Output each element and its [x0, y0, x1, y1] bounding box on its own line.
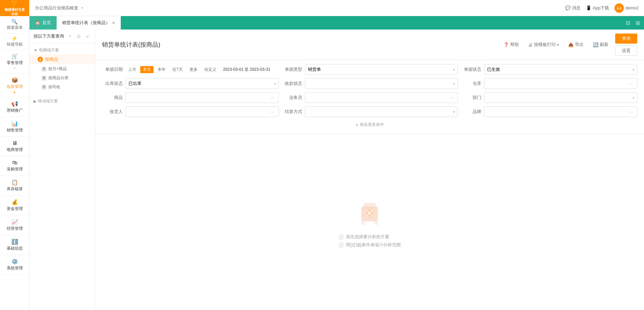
sidebar-item-operations[interactable]: 📈 经营管理: [0, 215, 29, 235]
department-select[interactable]: ▾: [484, 92, 637, 103]
tree-mobile-title[interactable]: ▶ 移动端方案: [30, 97, 95, 105]
product-select[interactable]: ···: [125, 92, 279, 103]
print-button[interactable]: 🖨 按模板打印 ▾: [526, 40, 561, 49]
tree-sub-item-driver[interactable]: 司 按司机: [30, 83, 95, 92]
sidebar-purchase-label: 采购管理: [7, 166, 23, 172]
sales-icon: 📊: [11, 120, 18, 127]
edit-scheme-button[interactable]: ⊙: [75, 33, 82, 40]
filter-row-1: 单据日期 上月 本月 本年 近7天 更多 自定义 2023-03-01 至 20…: [102, 64, 637, 75]
recipient-select[interactable]: ···: [125, 106, 279, 117]
tree-mobile-expand-icon: ▶: [34, 99, 37, 104]
svg-point-5: [361, 221, 365, 225]
sidebar-item-retail[interactable]: 🛒 零售管理 ▼: [0, 50, 29, 73]
recipient-dots-icon[interactable]: ···: [269, 109, 276, 114]
tree-sub-item-month-product[interactable]: 月 按月+商品: [30, 64, 95, 73]
date-field: 上月 本月 本年 近7天 更多 自定义 2023-03-01 至 2023-03…: [125, 66, 279, 73]
tree-sub-item-category[interactable]: 类 按商品分类: [30, 73, 95, 83]
by-product-icon: ●: [38, 57, 43, 62]
empty-tip-2: 2 用[过滤]条件来缩小分析范围: [338, 242, 400, 248]
warehouse-dots-icon[interactable]: ···: [628, 81, 634, 86]
filter-cell-department: 部门 ▾: [461, 92, 637, 103]
tree-section-desktop: ▼ 电脑端方案 ● 按商品 月 按月+商品 类 按商品分类 司 按司机: [30, 43, 95, 94]
tree-desktop-title[interactable]: ▼ 电脑端方案: [30, 46, 95, 54]
inventory-icon: 📋: [11, 179, 18, 186]
warehouse-status-select[interactable]: 已出库 ▾: [125, 78, 279, 89]
message-icon: 💬: [565, 5, 571, 10]
payment-method-select[interactable]: ▾: [305, 106, 458, 117]
tip-1-text: 请先选择要分析的方案: [346, 234, 389, 240]
date-tab-this-year[interactable]: 本年: [155, 66, 168, 73]
date-tab-custom[interactable]: 自定义: [202, 66, 219, 73]
tree-item-by-product[interactable]: ● 按商品: [30, 54, 95, 64]
filter-row-2: 出库状态 已出库 ▾ 收款状态 ▾ 仓库: [102, 78, 637, 89]
doc-type-label: 单据类型: [281, 66, 305, 72]
sidebar-item-purchase[interactable]: 🛍 采购管理: [0, 156, 29, 176]
sidebar-item-wholesale[interactable]: 📦 批发管理 ▲: [0, 73, 29, 97]
sidebar-item-quicknav[interactable]: ⚡ 快捷导航: [0, 34, 29, 50]
collapse-panel-button[interactable]: «: [84, 33, 91, 40]
warehouse-status-label: 出库状态: [102, 81, 125, 87]
date-tab-7days[interactable]: 近7天: [170, 66, 185, 73]
sidebar-item-basic-info[interactable]: ℹ️ 基础信息: [0, 235, 29, 255]
doc-status-select[interactable]: 已生效 ▾: [484, 64, 637, 75]
filter-cell-product: 商品 ···: [102, 92, 279, 103]
user-profile-action[interactable]: Ea demo2: [614, 3, 639, 13]
app-download-action[interactable]: 📱 App下载: [586, 5, 609, 11]
sidebar-ecommerce-label: 电商管理: [7, 147, 23, 153]
department-label: 部门: [461, 95, 484, 101]
receipt-status-select[interactable]: ▾: [305, 78, 458, 89]
avatar: Ea: [614, 3, 624, 13]
date-tab-last-month[interactable]: 上月: [125, 66, 139, 73]
tab-minimize-button[interactable]: ⊟: [625, 19, 632, 27]
primary-action-buttons: 查询 设置: [615, 34, 637, 56]
doc-type-select[interactable]: 销货单 ▾: [305, 64, 458, 75]
salesperson-select[interactable]: ···: [305, 92, 458, 103]
brand-dots-icon[interactable]: ···: [628, 109, 634, 114]
sidebar-item-inventory[interactable]: 📋 库存核算: [0, 176, 29, 196]
content-area: 按以下方案查询 ＋ ⊙ « ▼ 电脑端方案 ● 按商品 月 按月+: [30, 30, 644, 310]
product-dots-icon[interactable]: ···: [269, 95, 276, 100]
recipient-label: 收货人: [102, 109, 125, 115]
payment-method-dropdown-icon: ▾: [453, 110, 455, 114]
warehouse-label: 仓库: [461, 81, 484, 87]
brand-label: 品牌: [461, 109, 484, 115]
filter-cell-doc-status: 单据状态 已生效 ▾: [461, 64, 637, 75]
tab-sales-stat[interactable]: 销货单统计表（按商品） ✕: [57, 16, 121, 30]
sidebar-item-search[interactable]: 🔍 搜索菜单: [0, 16, 29, 34]
driver-icon: 司: [42, 85, 46, 90]
sidebar-item-finance[interactable]: 💰 资金管理: [0, 196, 29, 215]
sidebar-item-ecommerce[interactable]: 🖥 电商管理: [0, 137, 29, 156]
settings-button[interactable]: 设置: [615, 46, 637, 56]
wholesale-icon: 📦: [11, 77, 18, 83]
sidebar-item-marketing[interactable]: 📢 营销推广: [0, 97, 29, 117]
export-button[interactable]: 📤 导出: [566, 40, 586, 49]
left-panel-title: 按以下方案查询: [34, 33, 64, 39]
refresh-button[interactable]: 🔄 刷新: [590, 40, 611, 49]
sidebar-item-sales[interactable]: 📊 销售管理: [0, 117, 29, 137]
warehouse-select[interactable]: ···: [484, 78, 637, 89]
brand-select[interactable]: ···: [484, 106, 637, 117]
finance-icon: 💰: [11, 199, 18, 205]
wholesale-arrow-icon: ▲: [13, 90, 16, 94]
tab-maximize-button[interactable]: ⊞: [634, 19, 641, 27]
date-tab-this-month[interactable]: 本月: [140, 66, 154, 73]
driver-label: 按司机: [48, 84, 60, 90]
empty-illustration: [353, 196, 386, 230]
page-title-row: 销货单统计表(按商品) ❓ 帮助 🖨 按模板打印 ▾ 📤: [102, 34, 637, 56]
salesperson-dots-icon[interactable]: ···: [448, 95, 455, 100]
app-download-label: App下载: [593, 5, 609, 11]
sidebar-item-system[interactable]: ⚙️ 系统管理: [0, 255, 29, 275]
receipt-status-label: 收款状态: [281, 81, 305, 87]
message-action[interactable]: 💬 消息: [565, 5, 581, 11]
left-panel: 按以下方案查询 ＋ ⊙ « ▼ 电脑端方案 ● 按商品 月 按月+: [30, 30, 95, 310]
query-button[interactable]: 查询: [615, 34, 637, 44]
tab-home[interactable]: 🏠 首页: [30, 16, 57, 30]
sidebar-system-label: 系统管理: [7, 265, 23, 271]
collapse-more-button[interactable]: ∧ 收起更多条件: [102, 120, 637, 130]
help-button[interactable]: ❓ 帮助: [501, 40, 522, 49]
breadcrumb: 办公用品行业模拟账套: [35, 5, 78, 11]
tab-close-button[interactable]: ✕: [112, 21, 115, 25]
add-scheme-button[interactable]: ＋: [67, 33, 73, 40]
collapse-up-icon: ∧: [356, 122, 359, 127]
date-tab-more[interactable]: 更多: [187, 66, 200, 73]
